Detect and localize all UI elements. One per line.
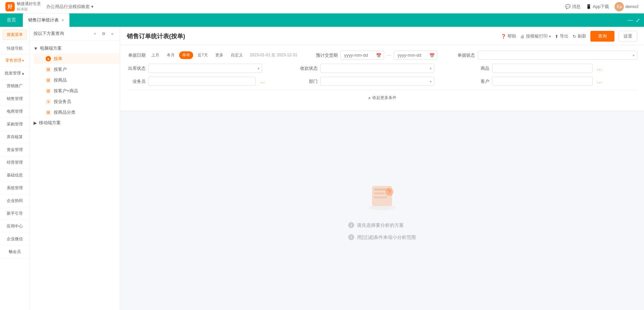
salesperson-input[interactable] <box>148 77 256 86</box>
sidebar-item-inventory[interactable]: 库存核算 <box>0 131 29 144</box>
sidebar-item-wholesale[interactable]: 批发管理 ▲ <box>0 67 29 80</box>
sidebar-item-retail[interactable]: 零售管理 ▾ <box>0 54 29 67</box>
app-download-btn[interactable]: 📱 App下载 <box>586 4 609 10</box>
sidebar-item-enterprise[interactable]: 企业协同 <box>0 195 29 207</box>
payment-status-group: 收款状态 <box>299 64 466 73</box>
add-scheme-btn[interactable]: + <box>92 30 98 37</box>
payment-status-select-wrapper <box>320 64 434 73</box>
customer-more-btn[interactable]: … <box>597 79 602 85</box>
search-menu-btn[interactable]: 搜索菜单 <box>3 30 26 40</box>
payment-status-select[interactable] <box>320 64 434 73</box>
sidebar-item-wechat[interactable]: 企业微信 <box>0 233 29 246</box>
sidebar-arrow-wholesale: ▲ <box>21 71 25 75</box>
template-print-btn[interactable]: 🖨 按模板打印 ▾ <box>520 33 551 39</box>
sidebar-item-operations[interactable]: 经营管理 <box>0 156 29 169</box>
category-label: 电脑端方案 <box>40 45 62 51</box>
scheme-item-by-salesperson[interactable]: ≡ 按业务员 <box>34 96 120 107</box>
sidebar-item-ecommerce[interactable]: 电商管理 <box>0 105 29 118</box>
scheme-category-mobile[interactable]: ▶ 移动端方案 <box>30 118 120 128</box>
app-label: App下载 <box>593 4 609 10</box>
svg-text:?: ? <box>388 189 391 195</box>
doc-status-label: 单据状态 <box>456 52 475 58</box>
hint-text-1: 请先选择要分析的方案 <box>357 220 404 230</box>
scheme-item-by-product[interactable]: ⊞ 按商品 <box>34 75 120 86</box>
sidebar-item-system-label: 系统管理 <box>7 186 23 190</box>
collapse-panel-btn[interactable]: « <box>109 30 116 37</box>
date-btn-last-month[interactable]: 上月 <box>148 51 162 59</box>
window-maximize-icon[interactable]: ⤢ <box>636 17 640 23</box>
sidebar-item-purchase[interactable]: 采购管理 <box>0 118 29 131</box>
page-header: 销售订单统计表(按单) ❓ 帮助 🖨 按模板打印 ▾ ⬆ 导出 ↻ 刷新 <box>120 27 644 45</box>
help-btn[interactable]: ❓ 帮助 <box>501 33 516 39</box>
collapse-btn[interactable]: ∧ 收起更多条件 <box>366 93 398 103</box>
template-print-label: 按模板打印 <box>526 33 548 39</box>
product-input[interactable] <box>492 64 593 73</box>
product-more-btn[interactable]: … <box>597 65 602 71</box>
scheme-item-by-customer-product[interactable]: ⊞ 按客户+商品 <box>34 86 120 96</box>
date-btn-more[interactable]: 更多 <box>212 51 226 59</box>
expected-date-start-wrapper: 📅 <box>340 51 384 60</box>
export-btn[interactable]: ⬆ 导出 <box>555 33 569 39</box>
tab-close-icon[interactable]: × <box>61 17 64 23</box>
sidebar-item-system[interactable]: 系统管理 <box>0 182 29 195</box>
settings-icon: ⚙ <box>102 31 106 36</box>
sidebar-item-operations-label: 经营管理 <box>7 160 23 165</box>
filter-area: 单据日期 上月 本月 本年 近7天 更多 自定义 2023-01-01 至 20… <box>120 45 644 111</box>
sidebar-item-sales[interactable]: 销售管理 <box>0 93 29 105</box>
sidebar-item-appcenter[interactable]: 应用中心 <box>0 220 29 233</box>
main-layout: 搜索菜单 快捷导航 零售管理 ▾ 批发管理 ▲ 营销推广 销售管理 电商管理 采… <box>0 27 644 310</box>
scheme-category-desktop[interactable]: ▼ 电脑端方案 <box>30 43 120 53</box>
tab-active[interactable]: 销售订单统计表 × <box>23 13 69 27</box>
scheme-label-category: 按商品分类 <box>54 109 75 115</box>
window-minimize-icon[interactable]: — <box>628 17 633 23</box>
left-panel-title: 按以下方案查询 <box>34 31 64 37</box>
department-select[interactable] <box>320 77 434 86</box>
empty-hints: 1 请先选择要分析的方案 2 用[过滤]条件来缩小分析范围 <box>348 220 416 242</box>
message-icon: 💬 <box>565 4 571 9</box>
sidebar-item-member[interactable]: 畅会员 <box>0 246 29 258</box>
date-btn-7days[interactable]: 近7天 <box>195 51 211 59</box>
query-btn[interactable]: 查询 <box>590 31 614 42</box>
out-status-label: 出库状态 <box>127 65 146 71</box>
user-btn[interactable]: Ea demo2 <box>614 2 639 11</box>
settings-btn[interactable]: 设置 <box>619 31 637 42</box>
tab-active-label: 销售订单统计表 <box>28 17 59 23</box>
salesperson-more-btn[interactable]: … <box>260 79 265 85</box>
app-icon: 📱 <box>586 4 591 9</box>
doc-status-group: 单据状态 <box>456 51 637 60</box>
customer-input[interactable] <box>492 77 593 86</box>
message-btn[interactable]: 💬 消息 <box>565 4 581 10</box>
doc-status-select[interactable] <box>478 51 637 60</box>
scheme-item-by-category[interactable]: ⊞ 按商品分类 <box>34 107 120 118</box>
logo-area: 好 畅捷通好生意 标准版 <box>5 1 41 12</box>
salesperson-group: 业务员 … <box>127 77 293 86</box>
scheme-item-by-customer[interactable]: ⊞ 按客户 <box>34 64 120 75</box>
workspace-selector[interactable]: 办公用品行业模拟账套 ▾ <box>44 2 96 11</box>
tab-home[interactable]: 首页 <box>0 13 23 27</box>
hint-text-2: 用[过滤]条件来缩小分析范围 <box>357 232 416 242</box>
category-arrow: ▼ <box>34 46 38 51</box>
sidebar-item-finance[interactable]: 资金管理 <box>0 144 29 156</box>
department-label: 部门 <box>299 79 318 85</box>
sidebar-item-newuser[interactable]: 新手引导 <box>0 207 29 220</box>
sidebar-search: 搜索菜单 <box>0 27 29 43</box>
sidebar-item-marketing[interactable]: 营销推广 <box>0 80 29 93</box>
date-btn-this-year[interactable]: 本年 <box>179 51 193 59</box>
settings-scheme-btn[interactable]: ⚙ <box>100 30 107 37</box>
refresh-btn[interactable]: ↻ 刷新 <box>573 33 586 39</box>
expected-date-start-input[interactable] <box>340 51 384 60</box>
expected-date-end-input[interactable] <box>394 51 437 60</box>
date-btn-this-month[interactable]: 本月 <box>164 51 178 59</box>
product-group: 商品 … <box>471 64 637 73</box>
collapse-icon: ∧ <box>368 96 371 100</box>
date-quick-btns: 上月 本月 本年 近7天 更多 自定义 <box>148 51 246 59</box>
refresh-icon: ↻ <box>573 34 576 39</box>
sidebar-item-appcenter-label: 应用中心 <box>7 224 23 228</box>
scheme-item-by-order[interactable]: ● 按单 <box>34 53 120 64</box>
hint-item-2: 2 用[过滤]条件来缩小分析范围 <box>348 232 416 242</box>
top-bar-right: 💬 消息 📱 App下载 Ea demo2 <box>565 2 639 11</box>
logo-text-block: 畅捷通好生意 标准版 <box>17 1 41 12</box>
date-btn-custom[interactable]: 自定义 <box>228 51 246 59</box>
sidebar-item-basic[interactable]: 基础信息 <box>0 169 29 182</box>
out-status-select[interactable] <box>148 64 262 73</box>
